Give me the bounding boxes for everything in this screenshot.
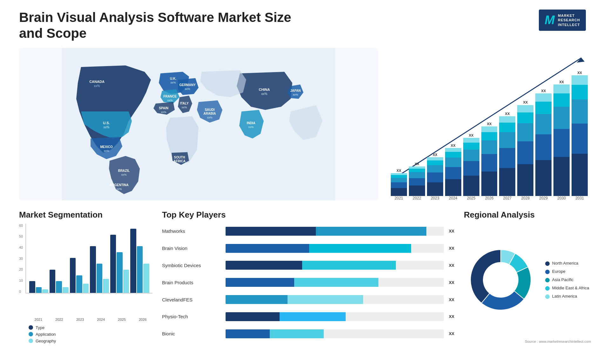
donut-segment bbox=[471, 250, 501, 303]
legend-dot bbox=[29, 339, 33, 343]
bar-segment bbox=[572, 154, 588, 196]
bar-seg1 bbox=[226, 329, 270, 338]
bar-x-label: 2027 bbox=[499, 196, 515, 200]
svg-text:GERMANY: GERMANY bbox=[179, 83, 195, 87]
bar-seg1 bbox=[226, 278, 294, 287]
seg-bar bbox=[103, 279, 109, 293]
bar-seg2 bbox=[302, 261, 396, 270]
svg-text:xx%: xx% bbox=[261, 92, 268, 96]
bar-segment bbox=[535, 93, 552, 102]
seg-x-label: 2022 bbox=[50, 318, 69, 321]
svg-text:SAUDI: SAUDI bbox=[205, 108, 214, 111]
regional-dot bbox=[545, 278, 550, 282]
player-name: Brain Vision bbox=[162, 246, 222, 251]
player-bar-fill bbox=[226, 244, 411, 253]
svg-text:xx%: xx% bbox=[121, 173, 126, 176]
bar-segment bbox=[427, 165, 443, 173]
bar-segment bbox=[553, 93, 570, 107]
svg-text:FRANCE: FRANCE bbox=[163, 95, 177, 98]
player-row: Symbiotic DevicesXX bbox=[162, 261, 454, 270]
bar-group: XX bbox=[572, 71, 588, 196]
bar-segment bbox=[427, 182, 443, 196]
player-bar-bg bbox=[226, 329, 444, 338]
bar-segment bbox=[572, 75, 588, 85]
player-name: ClevelandFES bbox=[162, 297, 222, 302]
bar-x-label: 2026 bbox=[481, 196, 498, 200]
regional-panel: Regional Analysis North AmericaEuropeAsi… bbox=[464, 210, 591, 343]
bar-seg1 bbox=[226, 312, 280, 321]
bar-stack bbox=[481, 126, 498, 196]
bar-segment bbox=[409, 178, 425, 185]
player-bar-fill bbox=[226, 295, 363, 304]
svg-text:AFRICA: AFRICA bbox=[173, 159, 186, 163]
bar-segment bbox=[409, 166, 425, 169]
seg-bar bbox=[42, 289, 48, 293]
seg-y-label: 60 bbox=[19, 224, 23, 227]
segmentation-panel: Market Segmentation 6050403020100 202120… bbox=[19, 210, 152, 343]
seg-group bbox=[110, 223, 129, 293]
bar-segment bbox=[391, 178, 407, 182]
bar-group: XX bbox=[445, 144, 461, 196]
bar-xx-label: XX bbox=[451, 144, 456, 147]
svg-text:xx%: xx% bbox=[207, 116, 212, 119]
svg-text:xx%: xx% bbox=[104, 149, 109, 152]
seg-bar bbox=[110, 235, 116, 293]
top-section: CANADA xx% U.S. xx% MEXICO xx% BRAZIL xx… bbox=[19, 48, 591, 200]
legend-label: Geography bbox=[36, 339, 56, 343]
player-row: BionicXX bbox=[162, 329, 454, 338]
player-bar-bg bbox=[226, 312, 444, 321]
bar-segment bbox=[463, 161, 479, 176]
bar-group: XX bbox=[499, 112, 515, 196]
bar-segment bbox=[535, 102, 552, 114]
bar-segment bbox=[553, 129, 570, 157]
player-xx: XX bbox=[449, 297, 454, 302]
bar-xx-label: XX bbox=[487, 122, 492, 126]
svg-text:MEXICO: MEXICO bbox=[100, 145, 113, 149]
logo-text: MARKET RESEARCH INTELLECT bbox=[558, 13, 580, 27]
player-xx: XX bbox=[449, 246, 454, 251]
svg-text:xx%: xx% bbox=[248, 125, 254, 129]
bar-segment bbox=[517, 164, 533, 196]
bottom-section: Market Segmentation 6050403020100 202120… bbox=[19, 210, 591, 343]
bar-segment bbox=[517, 112, 533, 123]
bar-xx-label: XX bbox=[541, 89, 546, 93]
bar-x-label: 2028 bbox=[517, 196, 533, 200]
map-svg: CANADA xx% U.S. xx% MEXICO xx% BRAZIL xx… bbox=[19, 48, 378, 200]
player-bar-fill bbox=[226, 278, 378, 287]
seg-y-label: 20 bbox=[19, 267, 23, 271]
regional-legend-item: North America bbox=[545, 261, 589, 266]
bar-segment bbox=[572, 85, 588, 99]
player-bar-bg bbox=[226, 261, 444, 270]
bar-segment bbox=[391, 182, 407, 188]
player-bar-bg bbox=[226, 295, 444, 304]
bar-x-label: 2030 bbox=[553, 196, 570, 200]
svg-text:SPAIN: SPAIN bbox=[159, 106, 168, 110]
regional-legend-item: Asia Pacific bbox=[545, 277, 589, 282]
bar-segment bbox=[481, 172, 498, 196]
bar-seg1 bbox=[226, 227, 316, 236]
bar-x-label: 2021 bbox=[391, 196, 407, 200]
seg-bar bbox=[63, 287, 69, 293]
seg-y-label: 30 bbox=[19, 257, 23, 260]
player-bar-bg bbox=[226, 244, 444, 253]
logo: M MARKET RESEARCH INTELLECT bbox=[534, 10, 591, 31]
legend-dot bbox=[29, 325, 33, 330]
header: Brain Visual Analysis Software Market Si… bbox=[19, 10, 591, 42]
bar-segment bbox=[553, 107, 570, 129]
seg-x-label: 2024 bbox=[91, 318, 111, 321]
bar-segment bbox=[463, 150, 479, 161]
bar-segment bbox=[553, 157, 570, 196]
player-name: Mathworks bbox=[162, 228, 222, 234]
regional-legend-label: Europe bbox=[552, 269, 566, 274]
players-title: Top Key Players bbox=[162, 210, 454, 220]
bar-x-label: 2024 bbox=[445, 196, 461, 200]
seg-bar bbox=[50, 270, 56, 293]
svg-text:xx%: xx% bbox=[167, 99, 173, 102]
svg-text:U.K.: U.K. bbox=[170, 77, 176, 80]
seg-y-label: 50 bbox=[19, 234, 23, 238]
bar-segment bbox=[499, 116, 515, 123]
bar-x-label: 2031 bbox=[572, 196, 588, 200]
bar-seg1 bbox=[226, 295, 288, 304]
seg-bar bbox=[29, 281, 35, 293]
bar-segment bbox=[481, 132, 498, 140]
